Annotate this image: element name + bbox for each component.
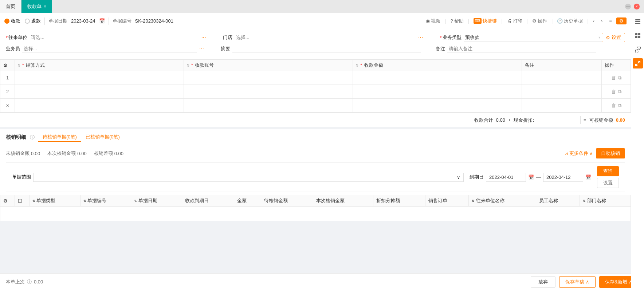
total-value: 0.00 — [496, 117, 505, 123]
auto-verify-button[interactable]: 自动核销 — [596, 148, 625, 158]
row-2-note[interactable] — [522, 85, 602, 99]
footer: 本单上次 ⓘ 0.00 放弃 保存草稿 ∧ 保存&新增 ∧ — [0, 273, 644, 290]
sidebar-grid-icon[interactable] — [633, 31, 643, 41]
form-row-2: 业务员 ··· 摘要 备注 — [6, 45, 625, 52]
print-button[interactable]: 🖨 打印 — [505, 17, 525, 25]
row-3-copy-icon[interactable]: ⧉ — [618, 103, 621, 109]
footer-right: 放弃 保存草稿 ∧ 保存&新增 ∧ — [531, 276, 638, 288]
sort-icon: ⇅ — [32, 199, 35, 203]
shortcut-button[interactable]: ⌨ 快捷键 — [471, 17, 499, 25]
row-3-account[interactable] — [184, 99, 353, 113]
orange-settings-button[interactable]: ⚙ — [616, 17, 627, 24]
biztype-field: * 业务类型 预收款 ▾ — [440, 34, 602, 42]
receipt-radio[interactable]: 收款 — [4, 18, 20, 24]
store-more-icon[interactable]: ··· — [416, 34, 425, 41]
row-2-amount[interactable] — [353, 85, 522, 99]
chevron-right-icon: › — [601, 18, 602, 24]
chevron-down-icon: ∨ — [457, 175, 460, 180]
nav-prev-button[interactable]: ‹ — [591, 17, 597, 24]
calendar-icon[interactable]: 📅 — [99, 18, 105, 24]
form-settings-button[interactable]: ⚙ 设置 — [602, 33, 625, 42]
bottom-col-settings[interactable]: ⚙ — [0, 195, 15, 207]
layout-button[interactable]: ≡ — [607, 17, 614, 24]
row-3-amount[interactable] — [353, 99, 522, 113]
row-2-delete-icon[interactable]: 🗑 — [611, 89, 616, 95]
partner-input[interactable] — [30, 34, 199, 41]
range-select[interactable]: ∨ — [33, 173, 464, 182]
bottom-data-table: ⚙ ☐ ⇅ 单据类型 ⇅ 单据编号 ⇅ 单据日期 收款到期日 — [0, 195, 631, 221]
nav-next-button[interactable]: › — [599, 17, 605, 24]
row-3-settlement[interactable] — [15, 99, 184, 113]
print-icon: 🖨 — [507, 18, 512, 24]
row-2-settlement[interactable] — [15, 85, 184, 99]
tab-active-label: 收款单 — [27, 3, 42, 10]
auto-verify-label: 自动核销 — [601, 150, 620, 156]
refund-label: 退款 — [31, 18, 41, 24]
history-icon: 🕐 — [557, 18, 563, 24]
query-settings-button[interactable]: 设置 — [597, 178, 619, 188]
operate-icon: ⚙ — [532, 18, 537, 24]
filter-icon: ⊿ — [564, 151, 568, 156]
save-draft-button[interactable]: 保存草稿 ∧ — [559, 276, 596, 288]
note-input[interactable] — [447, 45, 596, 52]
staff-more-icon[interactable]: ··· — [197, 46, 206, 52]
row-1-account[interactable] — [184, 71, 353, 85]
video-button[interactable]: ◉ 视频 — [424, 17, 443, 25]
row-2-account[interactable] — [184, 85, 353, 99]
tab-pending[interactable]: 待核销单据(0笔) — [38, 133, 81, 142]
toolbar: 收款 退款 单据日期 2023-03-24 📅 单据编号 SK-20230324… — [0, 13, 631, 29]
due-end-input[interactable] — [543, 173, 583, 182]
calendar-end-icon[interactable]: 📅 — [585, 175, 591, 180]
sidebar-expand-icon[interactable] — [633, 58, 643, 68]
tab-home-label: 首页 — [6, 3, 15, 10]
calendar-start-icon[interactable]: 📅 — [528, 175, 534, 180]
sort-icon: ⇅ — [356, 64, 359, 67]
divider-2 — [109, 17, 109, 25]
partner-required: * — [6, 35, 8, 40]
more-conditions-button[interactable]: ⊿ 更多条件 ∧ — [564, 150, 593, 157]
col-amount-header: ⇅ * 收款金额 — [353, 60, 522, 71]
row-1-copy-icon[interactable]: ⧉ — [618, 75, 621, 81]
info-icon: ⓘ — [27, 279, 32, 285]
info-icon[interactable]: ⓘ — [30, 134, 35, 141]
partner-more-icon[interactable]: ··· — [199, 34, 208, 41]
discard-button[interactable]: 放弃 — [531, 276, 555, 288]
col-note-header: 备注 — [522, 60, 602, 71]
col-settings-header[interactable]: ⚙ — [0, 60, 15, 71]
tab-done[interactable]: 已核销单据(0笔) — [81, 133, 124, 142]
history-button[interactable]: 🕐 历史单据 — [555, 17, 585, 25]
tab-home[interactable]: 首页 — [0, 0, 21, 13]
summary-input[interactable] — [232, 45, 421, 52]
sidebar-link-icon[interactable] — [633, 44, 643, 55]
tab-bar: 首页 收款单 × — × — [0, 0, 644, 13]
row-1-delete-icon[interactable]: 🗑 — [611, 75, 616, 81]
row-3-note[interactable] — [522, 99, 602, 113]
store-field: 门店 ··· — [223, 34, 425, 41]
staff-input[interactable] — [22, 45, 197, 52]
row-3-delete-icon[interactable]: 🗑 — [611, 103, 616, 109]
sidebar-table-icon[interactable] — [633, 17, 643, 27]
bottom-col-current-header: 本次核销金额 — [313, 195, 373, 207]
close-button[interactable]: × — [634, 4, 640, 9]
receipt-label: 收款 — [11, 18, 20, 24]
tab-close-icon[interactable]: × — [44, 4, 46, 9]
row-1-settlement[interactable] — [15, 71, 184, 85]
refund-radio[interactable]: 退款 — [25, 18, 41, 24]
svg-rect-0 — [635, 19, 640, 20]
biztype-select[interactable]: 预收款 ▾ — [464, 34, 602, 42]
query-button[interactable]: 查询 — [597, 166, 619, 176]
gear-icon: ⚙ — [3, 198, 8, 204]
current-value: 0.00 — [77, 151, 86, 156]
row-2-copy-icon[interactable]: ⧉ — [618, 89, 621, 95]
layout-icon: ≡ — [609, 18, 612, 24]
discount-input[interactable] — [537, 116, 581, 124]
row-1-note[interactable] — [522, 71, 602, 85]
operate-button[interactable]: ⚙ 操作 — [530, 17, 549, 25]
due-start-input[interactable] — [486, 173, 526, 182]
store-input[interactable] — [235, 34, 416, 41]
tab-active[interactable]: 收款单 × — [21, 0, 52, 13]
bottom-col-checkbox[interactable]: ☐ — [15, 195, 30, 207]
minimize-button[interactable]: — — [625, 4, 631, 9]
row-1-amount[interactable] — [353, 71, 522, 85]
help-button[interactable]: ? 帮助 — [448, 17, 466, 25]
